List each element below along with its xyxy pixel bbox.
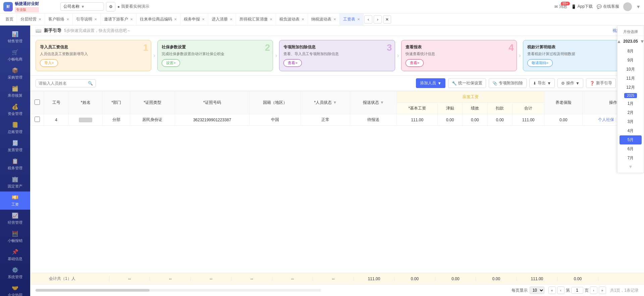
tab-prev-button[interactable]: ‹ (364, 15, 372, 24)
page-number-input[interactable] (571, 287, 583, 294)
sidebar-item-ledger[interactable]: 📒 总账管理 (0, 119, 30, 137)
tab-income-tax[interactable]: 所得税汇算清缴 ✕ (236, 13, 276, 26)
month-panel-scroll-down[interactable]: ▼ (627, 163, 634, 171)
settings-button[interactable]: ⚙ (106, 2, 115, 11)
month-8[interactable]: 8月 (618, 47, 644, 56)
step-4-button[interactable]: 查看> (406, 59, 424, 67)
tab-salary-close-icon[interactable]: ✕ (357, 17, 360, 21)
page-size-select[interactable]: 10 20 50 (530, 287, 544, 294)
tab-tax-burden[interactable]: 税负波动表 ✕ (276, 13, 308, 26)
unified-settings-button[interactable]: 🔧 统一社保设置 (448, 78, 486, 88)
tab-tax-report[interactable]: 税务申报 ✕ (180, 13, 208, 26)
month-10[interactable]: 10月 (618, 65, 644, 74)
user-menu-button[interactable]: ▼ (636, 4, 641, 9)
tab-clearance[interactable]: 进入清册 ✕ (208, 13, 236, 26)
msg-icon: ✉ (554, 4, 558, 9)
top-bar: 财 畅捷通好业财 专业版 公司名称 ▼ ⚙ ● 我要看实例演示 ✉ 消息 99+… (0, 0, 644, 13)
filter-icon[interactable]: ▼ (333, 100, 337, 105)
salary-table-wrap[interactable]: 工号 *姓名 *部门 *证照类型 *证照号码 国籍（地区） *人员状态 ▼ 报送… (30, 91, 644, 273)
step-5-button[interactable]: 敬请期待> (527, 59, 553, 67)
tab-close-icon[interactable]: ✕ (270, 17, 272, 21)
sidebar-item-salary[interactable]: 💴 工资 (0, 192, 30, 210)
tab-salary[interactable]: 工资表 ✕ (340, 13, 364, 26)
tab-guide[interactable]: 引导说明 ✕ (73, 13, 101, 26)
sidebar-item-management[interactable]: 📈 经营管理 (0, 210, 30, 228)
sidebar-item-sales[interactable]: 📊 销售管理 (0, 28, 30, 46)
tab-close-all-button[interactable]: ✕ (383, 15, 391, 24)
sidebar-item-purchase[interactable]: 📦 采购管理 (0, 65, 30, 83)
message-button[interactable]: ✉ 消息 99+ (554, 4, 567, 9)
row-checkbox-cell[interactable] (31, 114, 44, 126)
name-blur (79, 118, 92, 122)
company-selector[interactable]: 公司名称 ▼ (60, 2, 104, 11)
sidebar-item-tax[interactable]: 📋 税务管理 (0, 155, 30, 173)
settings-icon-sm: 🔧 (452, 81, 457, 86)
tab-close-icon[interactable]: ✕ (66, 17, 69, 21)
month-12[interactable]: 12月 (618, 83, 644, 92)
month-7[interactable]: 7月 (618, 154, 644, 163)
next-page-button[interactable]: › (590, 287, 597, 294)
row-checkbox[interactable] (35, 117, 40, 122)
month-down-button[interactable]: ▼ (639, 38, 644, 45)
footer-dash-5: -- (272, 277, 313, 281)
year-2025-badge: 2025 (624, 93, 637, 98)
search-icon[interactable]: 🔍 (88, 81, 93, 86)
tab-close-icon[interactable]: ✕ (130, 17, 133, 21)
first-page-button[interactable]: « (548, 287, 556, 294)
tab-close-icon[interactable]: ✕ (202, 17, 205, 21)
tab-close-icon[interactable]: ✕ (174, 17, 177, 21)
tab-home[interactable]: 首页 (2, 13, 17, 26)
sidebar-item-basic-info[interactable]: 📌 基础信息 (0, 246, 30, 264)
month-up-button[interactable]: ▲ (616, 38, 622, 45)
tab-product-code[interactable]: 往来单位商品编码 ✕ (137, 13, 180, 26)
tab-tax-fluctuation[interactable]: 纳税波动表 ✕ (308, 13, 340, 26)
op-social-insurance[interactable]: 个人社保 (598, 117, 614, 122)
last-page-button[interactable]: » (599, 287, 606, 294)
submit-filter-icon[interactable]: ▼ (380, 100, 384, 105)
tab-invite[interactable]: 邀请下游客户 ✕ (101, 13, 137, 26)
scroll-bar-area[interactable] (36, 288, 512, 292)
month-5[interactable]: 5月 (620, 135, 642, 144)
tab-layered[interactable]: 分层经营 ✕ (17, 13, 45, 26)
demo-button[interactable]: ● 我要看实例演示 (117, 4, 149, 9)
tab-customer[interactable]: 客户联络 ✕ (45, 13, 73, 26)
sidebar-item-inventory[interactable]: 🗂️ 库存核算 (0, 83, 30, 101)
sidebar-item-expense[interactable]: 🧮 小畅报销 (0, 228, 30, 246)
app-download-button[interactable]: 📱 App下载 (571, 4, 593, 9)
sidebar-item-collab[interactable]: 🤝 企业协同 (0, 282, 30, 296)
tab-close-icon[interactable]: ✕ (302, 17, 304, 21)
search-box[interactable]: 🔍 (36, 79, 96, 87)
step-1-button[interactable]: 导入> (40, 59, 58, 67)
row-allowance: 0.00 (438, 114, 463, 126)
month-6[interactable]: 6月 (618, 144, 644, 154)
month-2[interactable]: 2月 (618, 108, 644, 117)
sidebar-item-assets[interactable]: 🏢 固定资产 (0, 173, 30, 192)
tab-close-icon[interactable]: ✕ (94, 17, 97, 21)
new-guide-toolbar-button[interactable]: ❓ 新手引导 (586, 78, 616, 88)
add-employee-button[interactable]: 添加人员 ▼ (416, 78, 445, 88)
row-performance: 0.00 (463, 114, 487, 126)
month-3[interactable]: 3月 (618, 117, 644, 126)
month-1[interactable]: 1月 (618, 99, 644, 108)
sidebar-item-system[interactable]: ⚙️ 系统管理 (0, 264, 30, 282)
month-4[interactable]: 4月 (618, 126, 644, 135)
prev-page-button[interactable]: ‹ (557, 287, 565, 294)
tab-close-icon[interactable]: ✕ (333, 17, 336, 21)
step-3-button[interactable]: 查看> (283, 59, 302, 67)
user-avatar[interactable] (623, 2, 632, 11)
special-deduction-button[interactable]: 📎 专项附加扣除 (489, 78, 527, 88)
select-all-checkbox[interactable] (35, 99, 40, 105)
sidebar-item-finance[interactable]: 💰 资金管理 (0, 101, 30, 119)
online-service-button[interactable]: 💬 在线客服 (597, 4, 619, 9)
month-11[interactable]: 11月 (618, 74, 644, 83)
tab-close-icon[interactable]: ✕ (230, 17, 232, 21)
sidebar-item-ecommerce[interactable]: 🛒 小畅电商 (0, 46, 30, 65)
operations-button[interactable]: ⚙ 操作 ▼ (557, 78, 583, 88)
tab-close-icon[interactable]: ✕ (39, 17, 41, 21)
tab-next-button[interactable]: › (374, 15, 382, 24)
export-button[interactable]: ⬇ 导出 ▼ (529, 78, 555, 88)
sidebar-item-invoice[interactable]: 🧾 发票管理 (0, 137, 30, 155)
month-9[interactable]: 9月 (618, 56, 644, 65)
step-2-button[interactable]: 设置> (162, 59, 180, 67)
search-input[interactable] (39, 81, 87, 86)
